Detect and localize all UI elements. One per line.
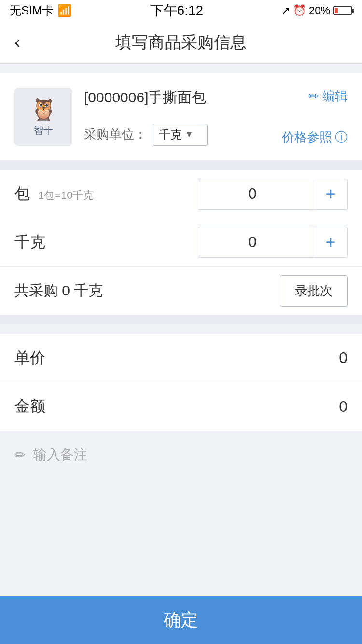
- section-divider-1: [0, 160, 362, 170]
- kg-quantity-input[interactable]: [198, 227, 314, 258]
- status-time: 下午6:12: [150, 1, 204, 20]
- status-right: ↗ ⏰ 20%: [281, 4, 352, 17]
- unit-price-row: 单价 0: [0, 334, 362, 382]
- wifi-icon: 📶: [57, 4, 72, 17]
- alarm-icon: ⏰: [293, 4, 306, 17]
- kg-input-row: 千克 +: [0, 218, 362, 266]
- amount-label: 金额: [14, 396, 45, 417]
- product-owl-icon: 🦉: [30, 97, 57, 122]
- kg-input-right: +: [72, 227, 348, 258]
- notes-placeholder: 输入备注: [33, 446, 87, 464]
- unit-label: 采购单位：: [84, 126, 147, 143]
- notes-section[interactable]: ✏ 输入备注: [0, 431, 362, 479]
- product-brand: 智十: [34, 124, 53, 137]
- battery-fill: [335, 8, 338, 13]
- amount-row: 金额 0: [0, 382, 362, 431]
- product-image: 🦉 智十: [14, 88, 72, 146]
- product-name: [0000006]手撕面包: [84, 88, 206, 108]
- carrier-label: 无SIM卡: [10, 3, 54, 18]
- total-label: 共采购 0 千克: [14, 281, 103, 301]
- kg-plus-button[interactable]: +: [314, 227, 348, 258]
- bag-label: 包 1包=10千克: [14, 183, 94, 205]
- product-unit-row: 采购单位： 千克 ▼: [84, 124, 208, 146]
- price-ref-button[interactable]: 价格参照 ⓘ: [282, 129, 348, 146]
- kg-label: 千克: [14, 232, 72, 253]
- price-section: 单价 0 金额 0: [0, 334, 362, 431]
- product-info: [0000006]手撕面包 ✏ 编辑 采购单位： 千克 ▼ 价格参照 ⓘ: [84, 88, 348, 146]
- section-divider-2: [0, 315, 362, 324]
- batch-button[interactable]: 录批次: [280, 275, 348, 307]
- battery-percent: 20%: [309, 4, 330, 17]
- notes-icon: ✏: [14, 447, 26, 463]
- bag-sub-label: 1包=10千克: [38, 189, 94, 201]
- unit-arrow-icon: ▼: [185, 129, 194, 140]
- bag-plus-button[interactable]: +: [314, 179, 348, 210]
- location-icon: ↗: [281, 4, 290, 17]
- product-card: 🦉 智十 [0000006]手撕面包 ✏ 编辑 采购单位： 千克 ▼ 价格参照 …: [0, 73, 362, 160]
- battery-icon: [333, 6, 352, 15]
- total-row: 共采购 0 千克 录批次: [0, 266, 362, 315]
- status-left: 无SIM卡 📶: [10, 3, 72, 18]
- edit-button[interactable]: ✏ 编辑: [308, 88, 348, 105]
- amount-value: 0: [339, 398, 348, 416]
- price-ref-label: 价格参照: [282, 129, 332, 146]
- confirm-button[interactable]: 确定: [0, 596, 362, 644]
- unit-dropdown[interactable]: 千克 ▼: [153, 124, 208, 146]
- page-title: 填写商品采购信息: [115, 31, 247, 54]
- nav-bar: ‹ 填写商品采购信息: [0, 21, 362, 64]
- bag-input-row: 包 1包=10千克 +: [0, 170, 362, 218]
- bag-quantity-input[interactable]: [198, 179, 314, 210]
- status-bar: 无SIM卡 📶 下午6:12 ↗ ⏰ 20%: [0, 0, 362, 21]
- unit-price-value: 0: [339, 349, 348, 367]
- unit-value: 千克: [159, 127, 182, 142]
- input-section: 包 1包=10千克 + 千克 +: [0, 170, 362, 266]
- bag-input-right: +: [94, 179, 348, 210]
- back-button[interactable]: ‹: [10, 28, 25, 57]
- price-ref-icon: ⓘ: [335, 129, 348, 146]
- unit-price-label: 单价: [14, 348, 45, 369]
